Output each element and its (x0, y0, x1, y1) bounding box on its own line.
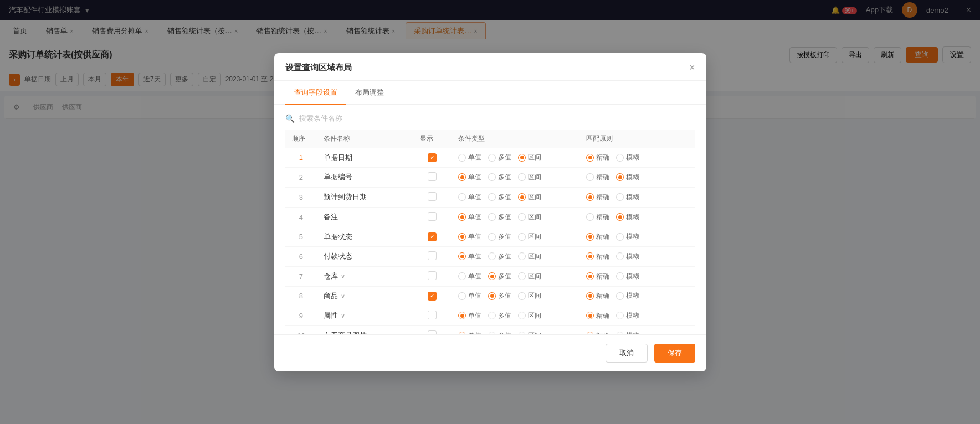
display-checkbox[interactable] (428, 251, 437, 260)
display-checkbox[interactable] (428, 330, 437, 334)
radio-circle-icon (586, 173, 594, 181)
row-rule-cell: 精确模糊 (579, 306, 695, 325)
cancel-button[interactable]: 取消 (606, 344, 648, 363)
type-radio-item[interactable]: 单值 (458, 153, 481, 162)
type-radio-item[interactable]: 多值 (488, 252, 511, 261)
tab-query-fields[interactable]: 查询字段设置 (285, 81, 346, 105)
rule-radio-item[interactable]: 精确 (586, 193, 609, 202)
type-radio-item[interactable]: 单值 (458, 193, 481, 202)
display-checkbox[interactable] (428, 212, 437, 221)
rule-radio-group: 精确模糊 (586, 311, 688, 320)
rule-radio-item[interactable]: 精确 (586, 173, 609, 182)
rule-radio-item[interactable]: 精确 (586, 311, 609, 320)
radio-label: 区间 (528, 213, 541, 222)
radio-label: 精确 (596, 232, 609, 241)
display-checkbox[interactable] (428, 292, 437, 301)
radio-label: 单值 (468, 213, 481, 222)
radio-label: 模糊 (626, 272, 639, 281)
radio-circle-icon (458, 312, 466, 319)
type-radio-item[interactable]: 区间 (518, 173, 541, 182)
radio-label: 精确 (596, 173, 609, 182)
type-radio-item[interactable]: 单值 (458, 213, 481, 222)
type-radio-item[interactable]: 单值 (458, 311, 481, 320)
rule-radio-item[interactable]: 模糊 (616, 153, 639, 162)
display-checkbox[interactable] (428, 271, 437, 280)
type-radio-item[interactable]: 单值 (458, 291, 481, 301)
rule-radio-item[interactable]: 精确 (586, 272, 609, 281)
display-checkbox[interactable] (428, 232, 437, 241)
radio-label: 单值 (468, 153, 481, 162)
rule-radio-group: 精确模糊 (586, 291, 688, 301)
rule-radio-item[interactable]: 精确 (586, 232, 609, 241)
type-radio-item[interactable]: 多值 (488, 291, 511, 301)
radio-label: 多值 (498, 193, 511, 202)
type-radio-item[interactable]: 区间 (518, 213, 541, 222)
type-radio-item[interactable]: 单值 (458, 252, 481, 261)
rule-radio-item[interactable]: 精确 (586, 291, 609, 301)
type-radio-item[interactable]: 区间 (518, 193, 541, 202)
type-radio-item[interactable]: 单值 (458, 232, 481, 241)
row-rule-cell: 精确模糊 (579, 227, 695, 246)
type-radio-item[interactable]: 区间 (518, 311, 541, 320)
row-display-checkbox-cell (413, 306, 451, 325)
type-radio-item[interactable]: 单值 (458, 272, 481, 281)
rule-radio-item[interactable]: 模糊 (616, 213, 639, 222)
type-radio-item[interactable]: 区间 (518, 291, 541, 301)
display-checkbox[interactable] (428, 172, 437, 181)
radio-label: 精确 (596, 193, 609, 202)
row-display-checkbox-cell (413, 266, 451, 286)
type-radio-item[interactable]: 多值 (488, 232, 511, 241)
dropdown-arrow-icon[interactable]: ∨ (339, 293, 345, 299)
rule-radio-item[interactable]: 精确 (586, 153, 609, 162)
radio-circle-icon (488, 193, 496, 201)
dropdown-arrow-icon[interactable]: ∨ (339, 312, 345, 319)
radio-label: 单值 (468, 173, 481, 182)
row-display-checkbox-cell (413, 246, 451, 266)
type-radio-item[interactable]: 多值 (488, 272, 511, 281)
display-checkbox[interactable] (428, 153, 437, 162)
modal-close-btn[interactable]: × (689, 62, 695, 74)
rule-radio-group: 精确模糊 (586, 173, 688, 182)
type-radio-item[interactable]: 多值 (488, 311, 511, 320)
th-order: 顺序 (285, 130, 317, 148)
type-radio-item[interactable]: 多值 (488, 213, 511, 222)
search-input[interactable] (299, 112, 410, 125)
row-condition-name: 属性 ∨ (317, 306, 413, 325)
table-row: 8商品 ∨单值多值区间精确模糊 (285, 286, 695, 306)
dropdown-arrow-icon[interactable]: ∨ (339, 273, 345, 280)
type-radio-item[interactable]: 区间 (518, 153, 541, 162)
rule-radio-item[interactable]: 模糊 (616, 173, 639, 182)
rule-radio-item[interactable]: 模糊 (616, 252, 639, 261)
rule-radio-item[interactable]: 精确 (586, 213, 609, 222)
rule-radio-item[interactable]: 模糊 (616, 311, 639, 320)
row-rule-cell: 精确模糊 (579, 207, 695, 227)
radio-label: 模糊 (626, 311, 639, 320)
display-checkbox[interactable] (428, 311, 437, 319)
rule-radio-item[interactable]: 模糊 (616, 272, 639, 281)
rule-radio-group: 精确模糊 (586, 193, 688, 202)
tab-layout-adjust[interactable]: 布局调整 (346, 81, 393, 105)
radio-circle-icon (616, 193, 624, 201)
type-radio-item[interactable]: 区间 (518, 232, 541, 241)
display-checkbox[interactable] (428, 192, 437, 201)
radio-circle-icon (586, 252, 594, 260)
rule-radio-item[interactable]: 精确 (586, 252, 609, 261)
save-button[interactable]: 保存 (654, 344, 695, 363)
type-radio-item[interactable]: 多值 (488, 193, 511, 202)
type-radio-item[interactable]: 多值 (488, 153, 511, 162)
radio-circle-icon (518, 193, 526, 201)
table-scroll-area[interactable]: 顺序 条件名称 显示 条件类型 匹配原则 1单据日期单值多值区间精确模糊2单据编… (274, 130, 706, 334)
type-radio-item[interactable]: 多值 (488, 173, 511, 182)
rule-radio-group: 精确模糊 (586, 252, 688, 261)
type-radio-item[interactable]: 区间 (518, 252, 541, 261)
type-radio-item[interactable]: 区间 (518, 272, 541, 281)
rule-radio-item[interactable]: 模糊 (616, 232, 639, 241)
row-type-cell: 单值多值区间 (451, 187, 579, 207)
radio-circle-icon (458, 233, 466, 241)
rule-radio-item[interactable]: 模糊 (616, 193, 639, 202)
type-radio-item[interactable]: 单值 (458, 173, 481, 182)
row-order: 10 (285, 325, 317, 334)
rule-radio-item[interactable]: 模糊 (616, 291, 639, 301)
rule-radio-group: 精确模糊 (586, 232, 688, 241)
radio-circle-icon (488, 252, 496, 260)
